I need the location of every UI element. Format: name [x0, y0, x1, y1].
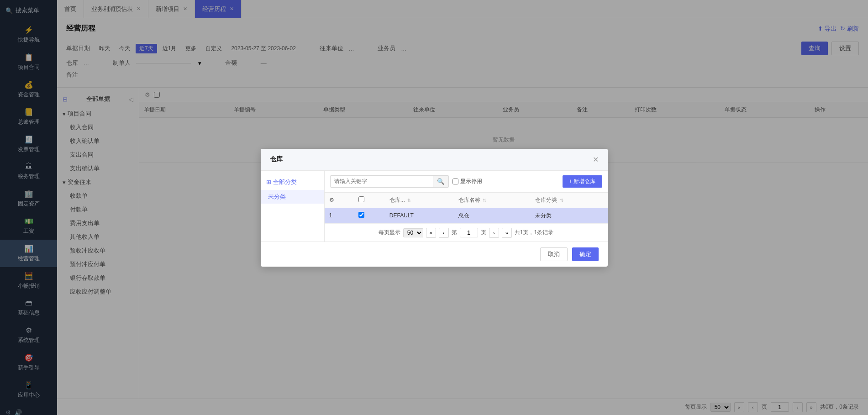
row-cell-checkbox — [354, 208, 385, 223]
modal-table-area: ⚙ 仓库... ⇅ 仓库名称 ⇅ — [325, 193, 608, 224]
row-cell-id: 1 — [325, 208, 354, 223]
modal-table: ⚙ 仓库... ⇅ 仓库名称 ⇅ — [325, 193, 608, 224]
show-disabled-label[interactable]: 显示停用 — [452, 178, 482, 185]
modal-pagination: 每页显示 50 « ‹ 第 页 › » 共1页，1条记录 — [325, 224, 608, 242]
modal-right-panel: 🔍 显示停用 + 新增仓库 ⚙ — [325, 171, 608, 242]
modal-select-all[interactable] — [358, 196, 364, 202]
modal-first-page[interactable]: « — [426, 228, 436, 238]
modal-next-page[interactable]: › — [489, 228, 499, 238]
modal-overlay: 仓库 ✕ ⊞ 全部分类 未分类 🔍 — [0, 0, 868, 415]
modal-left-item-unclassified[interactable]: 未分类 — [261, 190, 324, 204]
warehouse-modal: 仓库 ✕ ⊞ 全部分类 未分类 🔍 — [261, 149, 608, 267]
add-warehouse-button[interactable]: + 新增仓库 — [563, 175, 602, 188]
modal-left-all-label: 全部分类 — [273, 178, 297, 186]
modal-search-button[interactable]: 🔍 — [433, 176, 448, 187]
modal-last-page[interactable]: » — [502, 228, 512, 238]
modal-confirm-button[interactable]: 确定 — [572, 247, 599, 261]
modal-col-category: 仓库分类 ⇅ — [531, 193, 607, 208]
modal-search-input[interactable] — [331, 176, 433, 187]
modal-title: 仓库 — [270, 155, 283, 163]
modal-page-size-select[interactable]: 50 — [403, 228, 423, 237]
modal-left-unclassified-label: 未分类 — [268, 193, 286, 200]
modal-cancel-button[interactable]: 取消 — [540, 247, 568, 261]
modal-prev-page[interactable]: ‹ — [439, 228, 449, 238]
modal-page-prefix: 第 — [452, 229, 457, 236]
row-cell-code: DEFAULT — [385, 208, 454, 223]
table-row[interactable]: 1 DEFAULT 总仓 未分类 — [325, 208, 608, 223]
row-checkbox[interactable] — [358, 212, 364, 218]
modal-body: ⊞ 全部分类 未分类 🔍 显示停用 — [261, 171, 608, 242]
modal-col-checkbox — [354, 193, 385, 208]
show-disabled-checkbox[interactable] — [452, 179, 458, 184]
modal-page-size-label: 每页显示 — [379, 229, 400, 236]
modal-search-box: 🔍 — [330, 175, 449, 188]
modal-page-input[interactable] — [460, 228, 478, 237]
row-cell-name: 总仓 — [454, 208, 531, 223]
modal-left-panel: ⊞ 全部分类 未分类 — [261, 171, 325, 242]
modal-close-button[interactable]: ✕ — [593, 155, 599, 164]
modal-left-header[interactable]: ⊞ 全部分类 — [261, 174, 324, 190]
modal-page-label: 页 — [481, 229, 486, 236]
modal-col-name: 仓库名称 ⇅ — [454, 193, 531, 208]
modal-total: 共1页，1条记录 — [515, 229, 553, 236]
modal-col-code: 仓库... ⇅ — [385, 193, 454, 208]
row-cell-category: 未分类 — [531, 208, 607, 223]
modal-header: 仓库 ✕ — [261, 149, 608, 171]
grid-icon: ⊞ — [266, 179, 271, 185]
modal-col-settings: ⚙ — [325, 193, 354, 208]
modal-toolbar: 🔍 显示停用 + 新增仓库 — [325, 171, 608, 193]
modal-footer-actions: 取消 确定 — [261, 242, 608, 267]
